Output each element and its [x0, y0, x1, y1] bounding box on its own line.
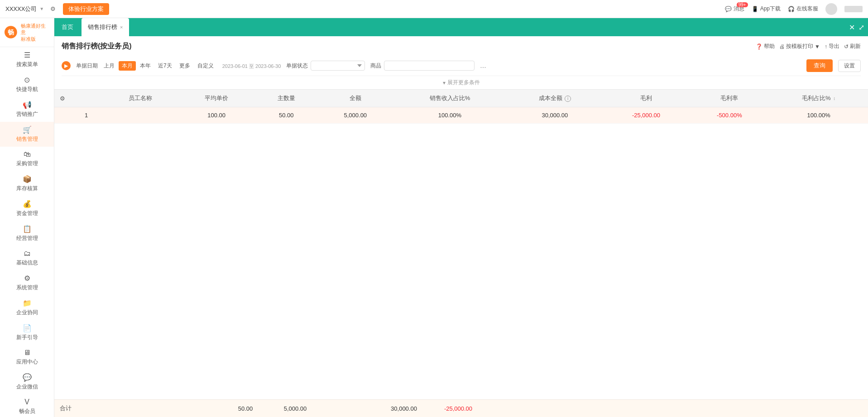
sidebar-item-sales[interactable]: 🛒 销售管理: [0, 122, 54, 147]
table-footer: 合计 50.00 5,000.00 30,000.00 -25,000.00: [54, 399, 868, 417]
online-service-item[interactable]: 🎧 在线客服: [788, 5, 818, 13]
header-right: 💬 消息 99+ 📱 App下载 🎧 在线客服: [725, 3, 863, 15]
sidebar-item-label: 经营管理: [16, 235, 38, 242]
sidebar-item-label: 资金管理: [16, 210, 38, 217]
main-layout: 畅 畅康通好生意 标准版 ☰ 搜索菜单 ⊙ 快捷导航 📢 营销推广 🛒 销售管理…: [0, 18, 868, 417]
trial-button[interactable]: 体验行业方案: [63, 3, 109, 15]
filter-collapse-button[interactable]: ▶: [62, 61, 71, 70]
tab-home[interactable]: 首页: [54, 18, 81, 36]
expand-icon: ▾: [443, 80, 446, 86]
sidebar-item-purchase[interactable]: 🛍 采购管理: [0, 147, 54, 171]
setting-button[interactable]: 设置: [838, 60, 861, 72]
export-link[interactable]: ↑ 导出: [825, 43, 839, 50]
col-profit: 毛利: [603, 90, 689, 107]
member-icon: V: [24, 398, 29, 406]
sidebar-item-label: 企业微信: [16, 383, 38, 391]
settings-icon[interactable]: ⚙: [48, 4, 58, 14]
page-content: 销售排行榜(按业务员) ❓ 帮助 🖨 按模板打印 ▼ ↑: [54, 36, 868, 417]
tab-sales-ranking[interactable]: 销售排行榜 ×: [82, 18, 129, 36]
cell-qty: 50.00: [254, 107, 318, 124]
date-tab-current-month[interactable]: 本月: [119, 61, 136, 71]
sidebar-item-operations[interactable]: 📋 经营管理: [0, 221, 54, 246]
date-tabs: 上月 本月 本年 近7天 更多 自定义: [101, 61, 217, 71]
date-range-display: 2023-06-01 至 2023-06-30: [222, 63, 281, 70]
date-tab-more[interactable]: 更多: [176, 61, 193, 71]
help-link[interactable]: ❓ 帮助: [756, 43, 775, 50]
status-select[interactable]: [311, 61, 365, 71]
tab-close-window-icon[interactable]: ✕: [849, 23, 855, 32]
sidebar-item-quick-nav[interactable]: ⊙ 快捷导航: [0, 72, 54, 97]
content-area: 首页 销售排行榜 × ✕ ⤢ 销售排行榜(按业务员) ❓ 帮助: [54, 18, 868, 417]
sidebar-item-basic-info[interactable]: 🗂 基础信息: [0, 246, 54, 270]
date-tab-last-month[interactable]: 上月: [101, 61, 118, 71]
cell-profit-ratio: 100.00%: [769, 107, 868, 124]
date-tab-7days[interactable]: 近7天: [155, 61, 175, 71]
company-selector[interactable]: XXXXX公司 ▼: [5, 5, 44, 13]
wechat-icon: 💬: [23, 373, 32, 382]
sidebar-item-label: 新手引导: [16, 334, 38, 341]
online-service-icon: 🎧: [788, 6, 795, 12]
app-download-item[interactable]: 📱 App下载: [752, 5, 781, 13]
sidebar-item-finance[interactable]: 💰 资金管理: [0, 196, 54, 221]
sidebar-item-label: 畅会员: [19, 407, 35, 415]
svg-text:畅: 畅: [8, 29, 14, 36]
cost-info-icon[interactable]: i: [565, 96, 571, 102]
sidebar-item-system[interactable]: ⚙ 系统管理: [0, 270, 54, 295]
sidebar-item-marketing[interactable]: 📢 营销推广: [0, 97, 54, 122]
col-cost: 成本全额 i: [507, 90, 603, 107]
more-filters-dots[interactable]: ...: [480, 62, 486, 70]
sidebar-item-member[interactable]: V 畅会员: [0, 394, 54, 417]
refresh-icon: ↺: [844, 43, 849, 50]
page-title: 销售排行榜(按业务员): [62, 42, 132, 51]
cell-profit-rate: -500.00%: [690, 107, 770, 124]
sidebar-item-label: 企业协同: [16, 309, 38, 316]
basic-info-icon: 🗂: [24, 249, 31, 258]
message-item[interactable]: 💬 消息 99+: [725, 5, 744, 13]
date-tab-current-year[interactable]: 本年: [137, 61, 154, 71]
cell-avg-price: 100.00: [178, 107, 255, 124]
col-qty: 主数量: [254, 90, 318, 107]
sidebar-item-guide[interactable]: 📄 新手引导: [0, 320, 54, 345]
date-tab-custom[interactable]: 自定义: [194, 61, 217, 71]
footer-qty: 50.00: [223, 405, 268, 412]
date-filter-group: 单据日期 上月 本月 本年 近7天 更多 自定义: [76, 61, 217, 71]
sidebar-item-search[interactable]: ☰ 搜索菜单: [0, 47, 54, 72]
app-download-label: App下载: [760, 5, 781, 13]
company-chevron-icon: ▼: [39, 6, 44, 11]
sidebar: 畅 畅康通好生意 标准版 ☰ 搜索菜单 ⊙ 快捷导航 📢 营销推广 🛒 销售管理…: [0, 18, 54, 417]
avatar[interactable]: [825, 3, 837, 15]
quick-nav-icon: ⊙: [24, 76, 30, 84]
table-container: ⚙ 员工名称 平均单价 主数量 全额 销售收入占比% 成本全额 i: [54, 90, 868, 399]
goods-input[interactable]: [384, 61, 475, 71]
sidebar-logo: 畅 畅康通好生意 标准版: [0, 18, 54, 47]
filter-row: ▶ 单据日期 上月 本月 本年 近7天 更多 自定义 2023-06-01 至 …: [62, 56, 861, 76]
sidebar-item-inventory[interactable]: 📦 库存核算: [0, 171, 54, 196]
tab-maximize-icon[interactable]: ⤢: [858, 23, 864, 32]
finance-icon: 💰: [23, 200, 32, 208]
query-button[interactable]: 查询: [806, 59, 833, 72]
sidebar-item-wechat[interactable]: 💬 企业微信: [0, 369, 54, 394]
tab-label: 销售排行榜: [88, 23, 117, 31]
sidebar-item-label: 采购管理: [16, 160, 38, 168]
sidebar-item-enterprise[interactable]: 📁 企业协同: [0, 295, 54, 320]
system-icon: ⚙: [24, 274, 30, 283]
refresh-link[interactable]: ↺ 刷新: [844, 43, 861, 50]
top-header: XXXXX公司 ▼ ⚙ 体验行业方案 💬 消息 99+ 📱 App下载 🎧 在线…: [0, 0, 868, 18]
footer-cost: 30,000.00: [377, 405, 431, 412]
data-table: ⚙ 员工名称 平均单价 主数量 全额 销售收入占比% 成本全额 i: [54, 90, 868, 124]
date-filter-label: 单据日期: [76, 62, 98, 70]
print-chevron-icon: ▼: [815, 43, 820, 50]
page-actions: ❓ 帮助 🖨 按模板打印 ▼ ↑ 导出 ↺: [756, 43, 861, 50]
sidebar-item-app-center[interactable]: 🖥 应用中心: [0, 345, 54, 369]
tab-close-icon[interactable]: ×: [120, 24, 123, 30]
cell-rank: 1: [71, 107, 102, 124]
col-settings[interactable]: ⚙: [54, 90, 71, 107]
profit-ratio-sort-icon[interactable]: ↕: [833, 96, 835, 101]
print-link[interactable]: 🖨 按模板打印 ▼: [779, 43, 820, 50]
col-avg-price: 平均单价: [178, 90, 255, 107]
sidebar-item-label: 快捷导航: [16, 86, 38, 93]
cell-profit: -25,000.00: [603, 107, 689, 124]
cell-sales-ratio: 100.00%: [393, 107, 507, 124]
expand-more-button[interactable]: ▾ 展开更多条件: [443, 79, 480, 86]
operations-icon: 📋: [23, 225, 32, 233]
